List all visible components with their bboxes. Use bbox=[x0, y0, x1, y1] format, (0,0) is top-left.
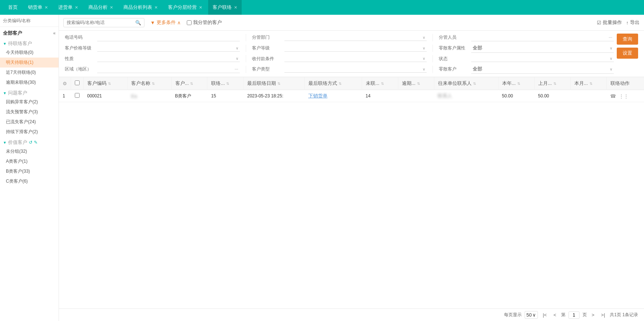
edit-icon[interactable]: ✎ bbox=[34, 140, 38, 145]
chevron-down-icon: ∨ bbox=[423, 46, 425, 50]
more-action-icon[interactable]: ⋮⋮ bbox=[619, 93, 629, 99]
row-last-date: 2023-05-23 18:25: bbox=[244, 90, 305, 102]
close-icon[interactable]: ✕ bbox=[199, 5, 202, 10]
first-page-btn[interactable]: |< bbox=[541, 311, 549, 318]
cust-grade-select[interactable]: ∨ bbox=[284, 45, 427, 52]
close-icon[interactable]: ✕ bbox=[154, 5, 158, 10]
per-page-select[interactable]: 50 ∨ bbox=[525, 311, 538, 319]
query-button[interactable]: 查询 bbox=[617, 34, 638, 45]
sidebar-item-ungrouped[interactable]: 未分组(32) bbox=[0, 146, 59, 156]
divider bbox=[246, 55, 246, 62]
top-nav: 首页 销货单 ✕ 进货单 ✕ 商品分析 ✕ 商品分析列表 ✕ 客户分层经营 ✕ … bbox=[0, 0, 644, 15]
settings-button[interactable]: 设置 bbox=[617, 48, 638, 59]
more-conditions-btn[interactable]: ▼ 更多条件 ∧ bbox=[147, 18, 184, 27]
sort-icon: ⇅ bbox=[417, 82, 420, 86]
th-checkbox bbox=[71, 77, 84, 90]
sort-icon: ⇅ bbox=[589, 82, 592, 86]
th-contact: 联络... ⇅ bbox=[207, 77, 244, 90]
chevron-down-icon: ∨ bbox=[610, 56, 612, 61]
table-container: ⚙ 客户编码 ⇅ 客户名称 bbox=[59, 77, 644, 308]
retail-cust-select[interactable]: 全部 ∨ bbox=[471, 65, 614, 74]
th-code: 客户编码 ⇅ bbox=[84, 77, 127, 90]
row-code: 000021 bbox=[84, 90, 127, 102]
row-check[interactable] bbox=[75, 93, 80, 98]
filter-row-3: 性质 ∨ 收付款条件 ∨ bbox=[65, 55, 614, 62]
region-select[interactable]: ··· bbox=[97, 65, 240, 73]
sidebar-item-churned[interactable]: 已流失客户(24) bbox=[0, 117, 59, 127]
row-this-month bbox=[570, 90, 606, 102]
filter-cust-type: 客户类型 ∨ bbox=[252, 66, 427, 73]
filter-retail-cust: 零散客户 全部 ∨ bbox=[439, 65, 614, 74]
sidebar-item-tomorrow[interactable]: 明天待联络(1) bbox=[0, 58, 59, 68]
phone-input[interactable] bbox=[97, 34, 240, 41]
toolbar-right: ☑ 批量操作 ↑ 导出 bbox=[597, 19, 640, 26]
search-icon[interactable]: 🔍 bbox=[135, 20, 141, 25]
nav-product-analysis[interactable]: 商品分析 ✕ bbox=[84, 0, 118, 15]
nav-home[interactable]: 首页 bbox=[4, 0, 22, 15]
page-input[interactable] bbox=[568, 311, 580, 319]
my-customers-check[interactable] bbox=[187, 20, 192, 25]
customer-table: ⚙ 客户编码 ⇅ 客户名称 bbox=[59, 77, 644, 102]
sort-icon: ⇅ bbox=[277, 82, 280, 86]
sidebar-item-churn-warning[interactable]: 流失预警客户(3) bbox=[0, 107, 59, 117]
filter-icon: ▼ bbox=[150, 20, 155, 25]
filter-phone: 电话号码 bbox=[65, 34, 240, 41]
chevron-down-icon: ∨ bbox=[423, 56, 425, 61]
all-customers-header[interactable]: 全部客户 « bbox=[0, 27, 59, 38]
sort-icon: ⇅ bbox=[553, 82, 556, 86]
nav-purchase-order[interactable]: 进货单 ✕ bbox=[54, 0, 83, 15]
divider bbox=[433, 66, 433, 73]
retail-attr-select[interactable]: 全部 ∨ bbox=[471, 44, 614, 53]
status-select[interactable]: ∨ bbox=[471, 55, 614, 62]
nav-customer-contact[interactable]: 客户联络 ✕ bbox=[208, 0, 242, 15]
sidebar-item-class-a[interactable]: A类客户(1) bbox=[0, 156, 59, 166]
sidebar-item-7days[interactable]: 近7天待联络(0) bbox=[0, 68, 59, 77]
next-page-btn[interactable]: > bbox=[590, 311, 596, 318]
gear-icon[interactable]: ⚙ bbox=[63, 81, 67, 86]
nature-select[interactable]: ∨ bbox=[97, 55, 240, 62]
th-unit-contact: 往来单位联系人 ⇅ bbox=[434, 77, 498, 90]
nav-sales-order[interactable]: 销货单 ✕ bbox=[24, 0, 52, 15]
triangle-icon: ▼ bbox=[3, 91, 7, 95]
sidebar-item-declining[interactable]: 持续下滑客户(2) bbox=[0, 127, 59, 137]
divider bbox=[246, 34, 246, 41]
divider bbox=[246, 45, 246, 52]
nav-product-analysis-list[interactable]: 商品分析列表 ✕ bbox=[119, 0, 162, 15]
export-btn[interactable]: ↑ 导出 bbox=[626, 19, 640, 26]
filter-retail-attr: 零散客户属性 全部 ∨ bbox=[439, 44, 614, 53]
contact-icon[interactable]: ☎ bbox=[610, 93, 616, 99]
sidebar-search-input[interactable] bbox=[3, 18, 58, 23]
sidebar-item-class-c[interactable]: C类客户(6) bbox=[0, 176, 59, 186]
sidebar-item-overdue[interactable]: 逾期未联络(30) bbox=[0, 77, 59, 87]
last-page-btn[interactable]: >| bbox=[599, 311, 607, 318]
row-index: 1 bbox=[59, 90, 71, 102]
prev-page-btn[interactable]: < bbox=[552, 311, 558, 318]
last-method-link[interactable]: 下销货单 bbox=[308, 93, 328, 99]
cust-type-select[interactable]: ∨ bbox=[284, 66, 427, 73]
filter-cust-grade: 客户等级 ∨ bbox=[252, 45, 427, 52]
main-search-input[interactable] bbox=[67, 20, 135, 25]
th-name: 客户名称 ⇅ bbox=[127, 77, 171, 90]
dept-select[interactable]: ∨ bbox=[284, 34, 427, 41]
sidebar-item-today[interactable]: 今天待联络(0) bbox=[0, 48, 59, 58]
sidebar-item-class-b[interactable]: B类客户(33) bbox=[0, 166, 59, 176]
sidebar: 🔍 全部客户 « ▼ 待联络客户 今天待联络(0) 明天待联络(1) 近7天待联… bbox=[0, 15, 59, 321]
my-customers-checkbox[interactable]: 我分管的客户 bbox=[187, 19, 222, 26]
close-icon[interactable]: ✕ bbox=[234, 5, 237, 10]
batch-op-btn[interactable]: ☑ 批量操作 bbox=[597, 19, 622, 26]
manager-select[interactable]: ··· bbox=[471, 34, 614, 41]
th-this-year: 本年... ⇅ bbox=[498, 77, 534, 90]
select-all-checkbox[interactable] bbox=[75, 80, 80, 85]
sidebar-item-repurchase-abnormal[interactable]: 回购异常客户(2) bbox=[0, 97, 59, 107]
close-icon[interactable]: ✕ bbox=[110, 5, 113, 10]
content-area: 🔍 ▼ 更多条件 ∧ 我分管的客户 ☑ 批量操作 ↑ 导出 bbox=[59, 15, 644, 321]
nav-customer-tier[interactable]: 客户分层经营 ✕ bbox=[164, 0, 207, 15]
filter-dept: 分管部门 ∨ bbox=[252, 34, 427, 41]
price-grade-select[interactable]: ∨ bbox=[97, 45, 240, 52]
sort-icon: ⇅ bbox=[226, 82, 229, 86]
close-icon[interactable]: ✕ bbox=[45, 5, 48, 10]
payment-select[interactable]: ∨ bbox=[284, 55, 427, 62]
refresh-icon[interactable]: ↺ bbox=[29, 140, 32, 145]
row-checkbox bbox=[71, 90, 84, 102]
close-icon[interactable]: ✕ bbox=[75, 5, 78, 10]
